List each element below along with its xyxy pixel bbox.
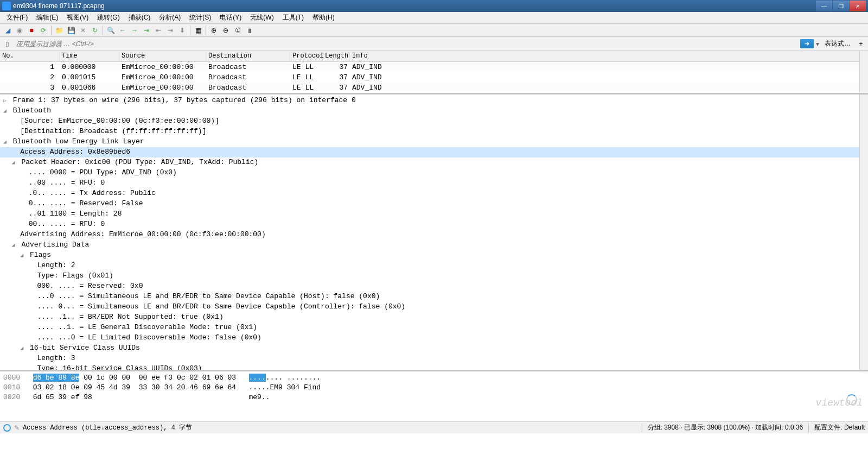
tree-item[interactable]: .... 0000 = PDU Type: ADV_IND (0x0) — [0, 168, 868, 178]
cell-proto: LE LL — [290, 73, 323, 82]
col-destination[interactable]: Destination — [206, 51, 290, 61]
tree-item[interactable]: Type: Flags (0x01) — [0, 271, 868, 281]
minimize-button[interactable]: — — [816, 1, 832, 11]
tree-item[interactable]: .... ...0 = LE Limited Discoverable Mode… — [0, 333, 868, 343]
autoscroll-icon[interactable]: ⬇ — [177, 25, 188, 36]
menu-telephony[interactable]: 电话(Y) — [215, 12, 246, 23]
menu-capture[interactable]: 捕获(C) — [124, 12, 155, 23]
menu-stats[interactable]: 统计(S) — [185, 12, 215, 23]
tree-item[interactable]: .... .1.. = BR/EDR Not Supported: true (… — [0, 312, 868, 323]
cell-no: 1 — [0, 62, 60, 72]
expand-icon[interactable]: ▷ — [3, 97, 9, 104]
menu-view[interactable]: 视图(V) — [62, 12, 93, 23]
find-icon[interactable]: 🔍 — [105, 25, 116, 36]
packet-row[interactable]: 3 0.001066 EmMicroe_00:00:00 Broadcast L… — [0, 83, 868, 93]
display-filter-input[interactable] — [14, 39, 798, 49]
tree-item[interactable]: ..00 .... = RFU: 0 — [0, 178, 868, 188]
save-file-icon[interactable]: 💾 — [66, 25, 76, 36]
tree-item[interactable]: .... 0... = Simultaneous LE and BR/EDR t… — [0, 302, 868, 312]
tree-item[interactable]: Length: 3 — [0, 354, 868, 364]
hex-line[interactable]: 0000 d6 be 89 8e 00 1c 00 00 00 ee f3 0c… — [3, 374, 865, 383]
cell-time: 0.001066 — [60, 83, 119, 92]
tree-item[interactable]: .... ..1. = LE General Discoverable Mode… — [0, 323, 868, 333]
first-icon[interactable]: ⇤ — [153, 25, 164, 36]
goto-icon[interactable]: ⇥ — [141, 25, 152, 36]
stop-capture-icon[interactable]: ◉ — [14, 25, 25, 36]
col-time[interactable]: Time — [60, 51, 119, 61]
zoom-out-icon[interactable]: ⊖ — [220, 25, 231, 36]
collapse-icon[interactable]: ◢ — [20, 252, 25, 258]
close-button[interactable]: ✕ — [850, 1, 866, 11]
tree-item[interactable]: ..01 1100 = Length: 28 — [0, 209, 868, 219]
tree-bluetooth[interactable]: ◢ Bluetooth — [0, 106, 868, 116]
open-file-icon[interactable]: 📁 — [54, 25, 65, 36]
col-length[interactable]: Length — [323, 51, 350, 61]
resize-cols-icon[interactable]: ⫼ — [244, 25, 255, 36]
collapse-icon[interactable]: ◢ — [3, 108, 9, 114]
cell-len: 37 — [323, 83, 350, 92]
scrollbar[interactable] — [859, 94, 868, 370]
colorize-icon[interactable]: ▦ — [193, 25, 203, 36]
tree-item[interactable]: 000. .... = Reserved: 0x0 — [0, 281, 868, 292]
packet-row[interactable]: 2 0.001015 EmMicroe_00:00:00 Broadcast L… — [0, 72, 868, 83]
bookmark-icon[interactable]: ▯ — [2, 39, 12, 49]
tree-item[interactable]: [Source: EmMicroe_00:00:00 (0c:f3:ee:00:… — [0, 116, 868, 127]
menu-analyze[interactable]: 分析(A) — [155, 12, 185, 23]
cell-no: 2 — [0, 73, 60, 82]
zoom-reset-icon[interactable]: ① — [232, 25, 243, 36]
capture-icon[interactable]: ✎ — [14, 424, 20, 432]
scrollbar[interactable] — [859, 51, 868, 93]
collapse-icon[interactable]: ◢ — [20, 345, 25, 351]
expert-info-icon[interactable] — [3, 424, 11, 432]
restart-capture-icon[interactable]: ■ — [26, 25, 37, 36]
collapse-icon[interactable]: ◢ — [3, 138, 9, 145]
status-profile[interactable]: 配置文件: Default — [814, 423, 865, 432]
reload-icon[interactable]: ↻ — [90, 25, 100, 36]
menu-go[interactable]: 跳转(G) — [93, 12, 124, 23]
tree-item[interactable]: Length: 2 — [0, 261, 868, 271]
tree-item[interactable]: 0... .... = Reserved: False — [0, 199, 868, 209]
cell-info: ADV_IND — [350, 62, 868, 72]
tree-item[interactable]: .0.. .... = Tx Address: Public — [0, 188, 868, 199]
tree-adv-data[interactable]: ◢ Advertising Data — [0, 240, 868, 250]
tree-item[interactable]: Type: 16-bit Service Class UUIDs (0x03) — [0, 364, 868, 371]
col-no[interactable]: No. — [0, 51, 60, 61]
expression-button[interactable]: 表达式… — [821, 39, 854, 48]
menu-wireless[interactable]: 无线(W) — [246, 12, 278, 23]
start-capture-icon[interactable]: ◢ — [2, 25, 13, 36]
collapse-icon[interactable]: ◢ — [12, 159, 17, 166]
apply-filter-icon[interactable]: ➜ — [800, 39, 814, 48]
col-info[interactable]: Info — [350, 51, 868, 61]
maximize-button[interactable]: ❐ — [833, 1, 849, 11]
tree-uuids[interactable]: ◢ 16-bit Service Class UUIDs — [0, 343, 868, 354]
tree-item[interactable]: [Destination: Broadcast (ff:ff:ff:ff:ff:… — [0, 127, 868, 137]
separator — [103, 26, 103, 35]
tree-packet-header[interactable]: ◢ Packet Header: 0x1c00 (PDU Type: ADV_I… — [0, 157, 868, 168]
tree-frame[interactable]: ▷ Frame 1: 37 bytes on wire (296 bits), … — [0, 96, 868, 106]
menu-help[interactable]: 帮助(H) — [308, 12, 339, 23]
tree-ble-ll[interactable]: ◢ Bluetooth Low Energy Link Layer — [0, 137, 868, 147]
packet-row[interactable]: 1 0.000000 EmMicroe_00:00:00 Broadcast L… — [0, 62, 868, 72]
hex-line[interactable]: 0020 6d 65 39 ef 98 me9.. — [3, 393, 865, 403]
menu-edit[interactable]: 编辑(E) — [32, 12, 62, 23]
menu-file[interactable]: 文件(F) — [2, 12, 32, 23]
cell-dst: Broadcast — [206, 83, 290, 92]
hex-line[interactable]: 0010 03 02 18 0e 09 45 4d 39 33 30 34 20… — [3, 383, 865, 393]
prev-icon[interactable]: ← — [117, 25, 128, 36]
next-icon[interactable]: → — [129, 25, 140, 36]
tree-item[interactable]: ...0 .... = Simultaneous LE and BR/EDR t… — [0, 292, 868, 302]
zoom-in-icon[interactable]: ⊕ — [208, 25, 219, 36]
add-filter-button[interactable]: + — [856, 39, 866, 49]
collapse-icon[interactable]: ◢ — [12, 242, 17, 248]
tree-flags[interactable]: ◢ Flags — [0, 250, 868, 261]
tree-item[interactable]: Advertising Address: EmMicroe_00:00:00 (… — [0, 230, 868, 240]
tree-item[interactable]: 00.. .... = RFU: 0 — [0, 219, 868, 230]
col-source[interactable]: Source — [119, 51, 206, 61]
separator — [206, 26, 206, 35]
close-file-icon[interactable]: ✕ — [78, 25, 88, 36]
last-icon[interactable]: ⇥ — [165, 25, 176, 36]
col-protocol[interactable]: Protocol — [290, 51, 323, 61]
tree-access-address[interactable]: Access Address: 0x8e89bed6 — [0, 147, 868, 157]
capture-options-icon[interactable]: ⟳ — [38, 25, 49, 36]
menu-tools[interactable]: 工具(T) — [278, 12, 308, 23]
